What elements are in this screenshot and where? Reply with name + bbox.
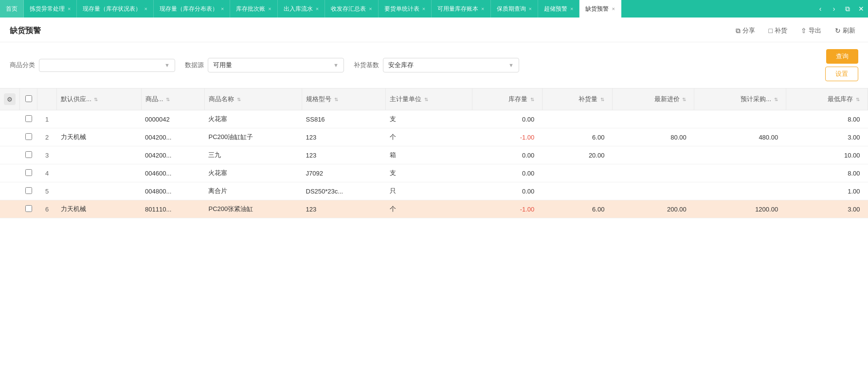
category-label: 商品分类 [10,61,35,70]
row-unit: 个 [386,128,472,146]
close-tab-overstock[interactable]: × [570,6,573,12]
row-spec: 123 [302,146,386,164]
category-filter-group: 商品分类 ▼ [10,59,175,72]
share-icon: ⧉ [736,27,741,35]
close-tab-avail-ledger[interactable]: × [481,6,484,12]
table-row: 4 004600... 火花塞 J7092 支 0.00 8.00 [0,164,868,182]
row-product-name: PC200油缸缸子 [204,128,302,146]
row-latest-price [612,110,694,128]
row-checkbox-3[interactable] [25,169,32,176]
row-replenish: 20.00 [542,146,612,164]
row-spec: SS816 [302,110,386,128]
col-num [37,88,57,110]
select-all-checkbox[interactable] [25,95,32,102]
close-tab-order-stat[interactable]: × [422,6,425,12]
close-tab-stock-status[interactable]: × [144,6,147,12]
tab-shortage[interactable]: 缺货预警 × [579,0,621,18]
row-stock: -1.00 [472,128,542,146]
row-latest-price [612,164,694,182]
sort-estimated-icon: ⇅ [774,97,778,102]
col-settings: ⚙ [0,88,20,110]
sort-supplier-icon: ⇅ [94,97,98,102]
close-tab-batch-account[interactable]: × [268,6,271,12]
tab-restore-button[interactable]: ⧉ [841,0,854,18]
row-stock: -1.00 [472,200,542,218]
close-tab-stock-dist[interactable]: × [221,6,224,12]
datasource-value: 可用量 [213,61,232,70]
replenish-base-select[interactable]: 安全库存 ▼ [383,58,519,72]
tab-defect-proc[interactable]: 拣货异常处理 × [24,0,77,18]
tab-next-button[interactable]: › [827,0,841,18]
row-estimated-purchase [694,164,786,182]
tab-recv-summary[interactable]: 收发存汇总表 × [325,0,378,18]
row-estimated-purchase [694,110,786,128]
settings-button[interactable]: 设置 [825,67,858,81]
col-min-stock: 最低库存 ⇅ [786,88,868,110]
sort-stock-icon: ⇅ [530,97,534,102]
row-stock: 0.00 [472,164,542,182]
close-tab-recv-summary[interactable]: × [369,6,372,12]
row-num: 4 [37,164,57,182]
row-estimated-purchase [694,146,786,164]
replenish-base-arrow-icon: ▼ [508,62,514,68]
row-checkbox-1[interactable] [25,133,32,140]
category-select[interactable]: ▼ [39,59,175,72]
refresh-button[interactable]: ↻ 刷新 [832,24,858,37]
row-estimated-purchase [694,182,786,200]
close-tab-defect-proc[interactable]: × [68,6,71,12]
row-unit: 支 [386,110,472,128]
row-checkbox-cell [20,164,37,182]
share-button[interactable]: ⧉ 分享 [733,24,758,37]
tab-prev-button[interactable]: ‹ [814,0,827,18]
row-unit: 个 [386,200,472,218]
tab-order-stat[interactable]: 要货单统计表 × [379,0,432,18]
sort-price-icon: ⇅ [682,97,686,102]
close-tab-shortage[interactable]: × [612,6,615,12]
row-product-code: 004200... [141,128,204,146]
category-value [44,62,46,69]
row-num: 2 [37,128,57,146]
tab-expiry-query[interactable]: 保质期查询 × [491,0,538,18]
datasource-select[interactable]: 可用量 ▼ [208,58,344,72]
row-min-stock: 10.00 [786,146,868,164]
tab-close-button[interactable]: ✕ [854,0,868,18]
row-min-stock: 3.00 [786,200,868,218]
row-checkbox-2[interactable] [25,151,32,158]
sort-spec-icon: ⇅ [334,97,338,102]
row-replenish [542,110,612,128]
row-replenish: 6.00 [542,128,612,146]
tab-overstock[interactable]: 超储预警 × [538,0,579,18]
header-actions: ⧉ 分享 □ 补货 ⇧ 导出 ↻ 刷新 [733,24,858,37]
row-supplier [57,110,142,128]
replenish-icon: □ [769,27,773,35]
export-button[interactable]: ⇧ 导出 [798,24,824,37]
row-checkbox-5[interactable] [25,205,32,212]
row-num: 6 [37,200,57,218]
sort-unit-icon: ⇅ [424,97,428,102]
row-product-code: 801110... [141,200,204,218]
row-checkbox-0[interactable] [25,115,32,122]
replenish-button[interactable]: □ 补货 [766,24,790,37]
tab-home[interactable]: 首页 [0,0,24,18]
row-min-stock: 8.00 [786,164,868,182]
row-checkbox-4[interactable] [25,187,32,194]
query-button[interactable]: 查询 [826,49,858,64]
datasource-filter-group: 数据源 可用量 ▼ [185,58,344,72]
column-settings-icon[interactable]: ⚙ [4,93,16,105]
tab-inout-flow[interactable]: 出入库流水 × [278,0,325,18]
tab-batch-account[interactable]: 库存批次账 × [230,0,277,18]
tab-stock-dist[interactable]: 现存量（库存分布表） × [154,0,230,18]
row-unit: 只 [386,182,472,200]
row-product-name: 离合片 [204,182,302,200]
close-tab-expiry-query[interactable]: × [529,6,532,12]
close-tab-inout-flow[interactable]: × [316,6,319,12]
row-min-stock: 1.00 [786,182,868,200]
tab-avail-ledger[interactable]: 可用量库存账本 × [432,0,490,18]
table-row: 3 004200... 三九 123 箱 0.00 20.00 10.00 [0,146,868,164]
tab-stock-status[interactable]: 现存量（库存状况表） × [77,0,153,18]
row-supplier: 力天机械 [57,128,142,146]
row-replenish: 6.00 [542,200,612,218]
sort-replenish-icon: ⇅ [600,97,604,102]
row-min-stock: 8.00 [786,110,868,128]
page-header: 缺货预警 ⧉ 分享 □ 补货 ⇧ 导出 ↻ 刷新 [0,18,868,42]
